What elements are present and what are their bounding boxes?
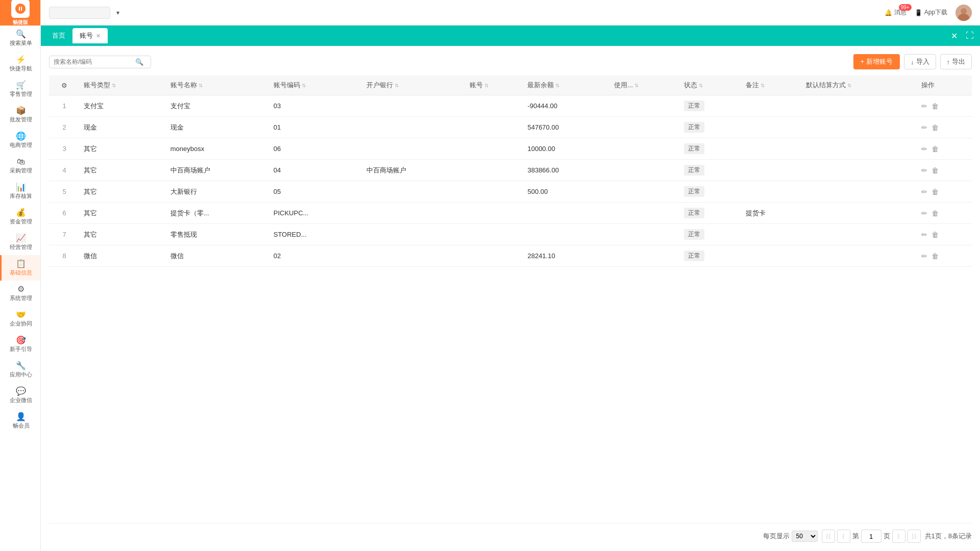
delete-button[interactable]: 🗑: [932, 102, 939, 110]
col-payment[interactable]: 默认结算方式: [802, 76, 917, 95]
delete-button[interactable]: 🗑: [932, 188, 939, 196]
edit-button[interactable]: ✏: [921, 123, 927, 132]
logo-icon: [11, 0, 30, 18]
sidebar-item-inventory[interactable]: 📊 库存核算: [0, 179, 40, 204]
col-name[interactable]: 账号名称: [166, 76, 270, 95]
sidebar-item-system[interactable]: ⚙ 系统管理: [0, 281, 40, 306]
app-download-button[interactable]: 📱 App下载: [915, 8, 947, 17]
row-code: 02: [270, 245, 362, 267]
search-icon[interactable]: 🔍: [135, 58, 143, 66]
delete-button[interactable]: 🗑: [932, 209, 939, 217]
sidebar-item-operations[interactable]: 📈 经营管理: [0, 230, 40, 255]
row-bank: [362, 224, 465, 245]
sidebar-item-label-system: 系统管理: [10, 294, 32, 302]
last-page-button[interactable]: ⟩⟩: [908, 530, 921, 543]
delete-button[interactable]: 🗑: [932, 252, 939, 260]
tab-home[interactable]: 首页: [45, 28, 72, 43]
sidebar-item-agreement[interactable]: 🤝 企业协同: [0, 306, 40, 332]
col-type[interactable]: 账号类型: [80, 76, 166, 95]
page-suffix: 页: [884, 532, 890, 541]
row-code: PICKUPC...: [270, 203, 362, 224]
guide-icon: 🎯: [16, 336, 26, 344]
next-page-button[interactable]: ⟩: [892, 530, 905, 543]
sidebar-item-purchase[interactable]: 🛍 采购管理: [0, 153, 40, 179]
col-notes[interactable]: 备注: [742, 76, 802, 95]
sidebar-item-label-basic: 基础信息: [10, 269, 32, 277]
tab-account-label: 账号: [80, 31, 93, 40]
add-account-button[interactable]: + 新增账号: [853, 54, 900, 69]
delete-button[interactable]: 🗑: [932, 145, 939, 153]
row-status: 正常: [680, 245, 741, 267]
delete-button[interactable]: 🗑: [932, 166, 939, 174]
edit-button[interactable]: ✏: [921, 188, 927, 196]
edit-button[interactable]: ✏: [921, 166, 927, 174]
prev-page-button[interactable]: ⟨: [837, 530, 850, 543]
tab-close-all-button[interactable]: ✕: [949, 30, 960, 42]
sidebar-item-wholesale[interactable]: 📦 批发管理: [0, 102, 40, 128]
edit-button[interactable]: ✏: [921, 102, 927, 110]
sidebar-item-ecommerce[interactable]: 🌐 电商管理: [0, 128, 40, 153]
col-account[interactable]: 账号: [465, 76, 524, 95]
toolbar-right: + 新增账号 ↓ 导入 ↑ 导出: [853, 54, 972, 69]
col-usage[interactable]: 使用...: [610, 76, 680, 95]
row-no: 8: [49, 245, 80, 267]
user-avatar[interactable]: [955, 5, 972, 21]
col-status[interactable]: 状态: [680, 76, 741, 95]
import-label: 导入: [916, 57, 929, 66]
sidebar-item-label-guide: 新手引导: [10, 345, 32, 353]
sidebar-item-capital[interactable]: 💰 资金管理: [0, 204, 40, 230]
row-type: 其它: [80, 181, 166, 203]
row-actions: ✏ 🗑: [917, 245, 972, 267]
per-page-dropdown[interactable]: 50 20 100: [792, 531, 818, 542]
col-code[interactable]: 账号编码: [270, 76, 362, 95]
col-bank[interactable]: 开户银行: [362, 76, 465, 95]
sidebar-item-retail[interactable]: 🛒 零售管理: [0, 77, 40, 102]
sidebar-item-basic[interactable]: 📋 基础信息: [0, 255, 40, 281]
topbar-search[interactable]: [49, 7, 110, 19]
table-row: 6 其它 提货卡（零... PICKUPC... 正常 提货卡 ✏ 🗑: [49, 203, 972, 224]
sidebar-item-shortcuts[interactable]: ⚡ 快捷导航: [0, 51, 40, 77]
tab-account[interactable]: 账号 ✕: [72, 28, 108, 43]
row-notes: [742, 138, 802, 160]
row-actions: ✏ 🗑: [917, 160, 972, 181]
row-type: 其它: [80, 160, 166, 181]
svg-point-1: [961, 8, 967, 14]
edit-button[interactable]: ✏: [921, 209, 927, 217]
table-toolbar: 🔍 + 新增账号 ↓ 导入 ↑ 导出: [49, 54, 972, 69]
sidebar-item-guide[interactable]: 🎯 新手引导: [0, 332, 40, 357]
import-button[interactable]: ↓ 导入: [904, 54, 936, 69]
tab-close-icon[interactable]: ✕: [96, 33, 101, 39]
page-number-input[interactable]: [861, 530, 881, 543]
row-balance: 28241.10: [523, 245, 610, 267]
phone-icon: 📱: [915, 9, 922, 16]
message-button[interactable]: 🔔 消息 99+: [885, 8, 906, 17]
delete-button[interactable]: 🗑: [932, 123, 939, 132]
edit-button[interactable]: ✏: [921, 231, 927, 239]
col-balance[interactable]: 最新余额: [523, 76, 610, 95]
col-settings[interactable]: ⚙: [49, 76, 80, 95]
sidebar-item-member[interactable]: 👤 畅会员: [0, 408, 40, 434]
tab-maximize-button[interactable]: ⛶: [964, 30, 976, 42]
basic-icon: 📋: [16, 260, 26, 268]
edit-button[interactable]: ✏: [921, 145, 927, 153]
export-button[interactable]: ↑ 导出: [940, 54, 972, 69]
sidebar-item-search[interactable]: 🔍 搜索菜单: [0, 26, 40, 51]
delete-button[interactable]: 🗑: [932, 231, 939, 239]
first-page-button[interactable]: ⟨⟨: [822, 530, 835, 543]
topbar-dropdown[interactable]: ▾: [116, 9, 119, 16]
row-type: 其它: [80, 203, 166, 224]
sidebar-item-wechat[interactable]: 💬 企业微信: [0, 383, 40, 408]
edit-button[interactable]: ✏: [921, 252, 927, 260]
content-area: 🔍 + 新增账号 ↓ 导入 ↑ 导出: [41, 46, 980, 551]
sidebar-item-appstore[interactable]: 🔧 应用中心: [0, 357, 40, 383]
sidebar-item-label-ecommerce: 电商管理: [10, 141, 32, 149]
row-status: 正常: [680, 95, 741, 117]
row-usage: [610, 138, 680, 160]
row-name: 微信: [166, 245, 270, 267]
row-type: 支付宝: [80, 95, 166, 117]
row-account: [465, 181, 524, 203]
sidebar-item-label-wholesale: 批发管理: [10, 116, 32, 123]
search-input[interactable]: [54, 58, 135, 65]
row-name: 支付宝: [166, 95, 270, 117]
row-bank: [362, 95, 465, 117]
